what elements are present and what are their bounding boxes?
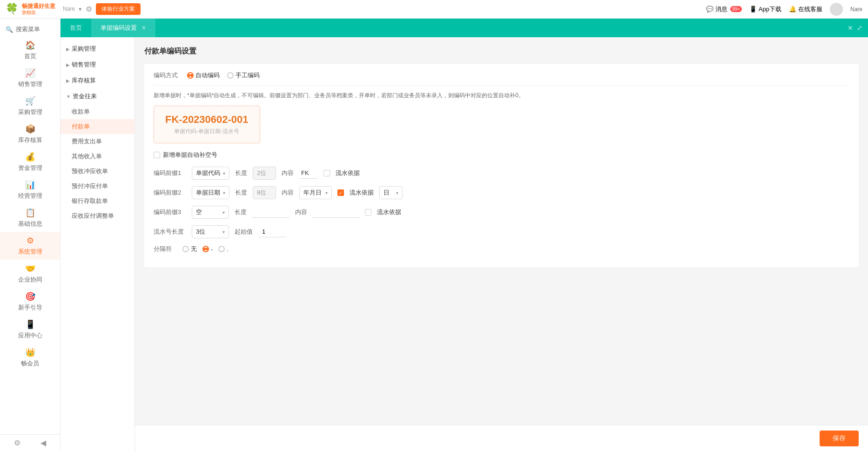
window-maximize-icon[interactable]: ⤢ bbox=[857, 24, 862, 32]
prefix2-row: 编码前缀2 单据日期 ▾ 长度 8位 内容 年月日 ▾ bbox=[154, 186, 849, 199]
chevron-right-icon2: ▶ bbox=[66, 62, 70, 67]
search-menu[interactable]: 🔍 搜索菜单 bbox=[0, 22, 60, 36]
prefix3-length-input[interactable] bbox=[252, 207, 289, 218]
separator-label: 分隔符 bbox=[154, 245, 177, 253]
prefix2-select[interactable]: 单据日期 ▾ bbox=[192, 186, 229, 199]
sidebar-item-sales[interactable]: 📈 销售管理 bbox=[0, 64, 60, 92]
app-name: 畅捷通好生意 bbox=[22, 3, 55, 9]
sidebar-item-operation[interactable]: 📊 经营管理 bbox=[0, 176, 60, 204]
manual-encode-dot bbox=[227, 72, 234, 79]
system-icon: ⚙ bbox=[27, 236, 34, 246]
sidebar-item-home[interactable]: 🏠 首页 bbox=[0, 36, 60, 64]
online-service-btn[interactable]: 🔔 在线客服 bbox=[789, 5, 822, 13]
auto-fill-checkbox[interactable] bbox=[154, 152, 160, 158]
finance-icon: 💰 bbox=[25, 152, 35, 162]
sidebar-item-guide[interactable]: 🎯 新手引导 bbox=[0, 288, 60, 316]
submenu-receipt[interactable]: 收款单 bbox=[61, 104, 135, 119]
tab-home-label: 首页 bbox=[70, 24, 82, 32]
page-title: 付款单编码设置 bbox=[144, 47, 859, 56]
bottom-settings-icon[interactable]: ⚙ bbox=[14, 438, 20, 447]
sidebar-item-basic[interactable]: 📋 基础信息 bbox=[0, 204, 60, 232]
submenu-expense[interactable]: 费用支出单 bbox=[61, 134, 135, 149]
auto-fill-row: 新增单据自动补空号 bbox=[154, 151, 849, 159]
main-layout: 🔍 搜索菜单 🏠 首页 📈 销售管理 🛒 采购管理 📦 库存核算 💰 资金管理 … bbox=[0, 19, 868, 451]
prefix2-water-checkbox[interactable]: ✓ bbox=[337, 189, 344, 196]
submenu-prepay-ap-label: 预付冲应付单 bbox=[72, 182, 108, 189]
submenu-payment[interactable]: 付款单 bbox=[61, 119, 135, 134]
submenu-bank[interactable]: 银行存取款单 bbox=[61, 194, 135, 209]
serial-length-select[interactable]: 3位 ▾ bbox=[192, 225, 229, 238]
submenu-purchase[interactable]: ▶ 采购管理 bbox=[61, 41, 135, 57]
tab-home[interactable]: 首页 bbox=[61, 19, 91, 37]
separator-dash-radio[interactable]: - bbox=[202, 246, 213, 253]
sidebar-item-finance[interactable]: 💰 资金管理 bbox=[0, 148, 60, 176]
save-button[interactable]: 保存 bbox=[820, 431, 859, 446]
prefix1-length-label: 长度 bbox=[235, 169, 247, 177]
avatar[interactable] bbox=[830, 3, 843, 16]
window-minimize-icon[interactable]: ✕ bbox=[848, 24, 853, 32]
sidebar-item-inventory[interactable]: 📦 库存核算 bbox=[0, 120, 60, 148]
content-area: ▶ 采购管理 ▶ 销售管理 ▶ 库存核算 bbox=[61, 37, 868, 451]
prefix1-length-value: 2位 bbox=[253, 167, 276, 180]
sidebar-item-appstore-label: 应用中心 bbox=[18, 331, 42, 340]
prefix3-arrow: ▾ bbox=[222, 210, 225, 215]
prefix3-content-input[interactable] bbox=[313, 207, 359, 218]
trial-btn[interactable]: 体验行业方案 bbox=[96, 3, 141, 15]
serial-start-input[interactable]: 1 bbox=[258, 226, 286, 237]
appstore-icon: 📱 bbox=[25, 319, 35, 330]
prefix3-water-label: 流水依据 bbox=[377, 208, 401, 216]
submenu-stock[interactable]: ▶ 库存核算 bbox=[61, 73, 135, 88]
submenu-capital[interactable]: ▼ 资金往来 bbox=[61, 88, 135, 104]
tab-close-icon[interactable]: ✕ bbox=[141, 25, 146, 31]
sidebar-item-sales-label: 销售管理 bbox=[18, 80, 42, 88]
prefix1-value: 单据代码 bbox=[196, 169, 220, 177]
sidebar-item-member[interactable]: 👑 畅会员 bbox=[0, 343, 60, 371]
submenu-prepay-ar-label: 预收冲应收单 bbox=[72, 168, 108, 175]
prefix3-water-checkbox[interactable] bbox=[365, 209, 371, 215]
prefix2-content-value: 年月日 bbox=[303, 188, 322, 197]
submenu-adjust[interactable]: 应收应付调整单 bbox=[61, 209, 135, 223]
submenu-prepay-ar[interactable]: 预收冲应收单 bbox=[61, 164, 135, 179]
prefix2-content-label: 内容 bbox=[282, 188, 294, 197]
submenu-sales[interactable]: ▶ 销售管理 bbox=[61, 57, 135, 73]
sidebar-item-enterprise[interactable]: 🤝 企业协同 bbox=[0, 260, 60, 288]
message-btn[interactable]: 💬 消息 99+ bbox=[706, 5, 742, 13]
prefix2-cycle-select[interactable]: 日 ▾ bbox=[379, 186, 403, 199]
enterprise-icon: 🤝 bbox=[25, 263, 35, 274]
submenu-other-income[interactable]: 其他收入单 bbox=[61, 149, 135, 164]
prefix2-content-select[interactable]: 年月日 ▾ bbox=[299, 186, 332, 199]
user-text: Nare bbox=[63, 6, 75, 12]
search-label: 搜索菜单 bbox=[16, 25, 40, 34]
prefix3-select[interactable]: 空 ▾ bbox=[192, 206, 229, 219]
guide-icon: 🎯 bbox=[25, 291, 35, 302]
info-text: 新增单据时，*单据编码*自动生成，不可编辑。前缀设置为部门、业务员等档案类，开单… bbox=[154, 91, 849, 100]
submenu-prepay-ap[interactable]: 预付冲应付单 bbox=[61, 179, 135, 194]
message-icon: 💬 bbox=[706, 6, 713, 13]
sidebar-item-purchase[interactable]: 🛒 采购管理 bbox=[0, 92, 60, 120]
home-icon: 🏠 bbox=[25, 40, 35, 50]
separator-dot-label: . bbox=[227, 246, 229, 253]
prefix1-water-checkbox[interactable] bbox=[323, 170, 330, 176]
sidebar-item-basic-label: 基础信息 bbox=[18, 220, 42, 228]
separator-none-radio[interactable]: 无 bbox=[182, 245, 197, 253]
tab-bar-right: ✕ ⤢ bbox=[848, 24, 868, 32]
purchase-icon: 🛒 bbox=[25, 96, 35, 106]
bottom-collapse-icon[interactable]: ◀ bbox=[40, 438, 46, 447]
prefix2-length-label: 长度 bbox=[235, 188, 247, 197]
separator-none-dot bbox=[182, 246, 189, 252]
sidebar-item-appstore[interactable]: 📱 应用中心 bbox=[0, 316, 60, 343]
tab-encode-settings-label: 单据编码设置 bbox=[101, 24, 137, 32]
tab-encode-settings[interactable]: 单据编码设置 ✕ bbox=[91, 19, 155, 37]
prefix1-select[interactable]: 单据代码 ▾ bbox=[192, 167, 229, 180]
auto-encode-radio[interactable]: 自动编码 bbox=[187, 71, 220, 80]
separator-dot-radio[interactable]: . bbox=[218, 246, 229, 253]
submenu-expense-label: 费用支出单 bbox=[72, 138, 102, 145]
separator-row: 分隔符 无 - . bbox=[154, 245, 849, 253]
prefix1-arrow: ▾ bbox=[223, 171, 225, 176]
manual-encode-radio[interactable]: 手工编码 bbox=[227, 71, 260, 80]
chevron-down-icon[interactable]: ▾ bbox=[79, 6, 82, 13]
settings-icon[interactable]: ⚙ bbox=[86, 5, 92, 13]
app-download-btn[interactable]: 📱 App下载 bbox=[749, 5, 781, 13]
example-code: FK-20230602-001 bbox=[165, 114, 249, 126]
sidebar-item-system[interactable]: ⚙ 系统管理 bbox=[0, 232, 60, 260]
